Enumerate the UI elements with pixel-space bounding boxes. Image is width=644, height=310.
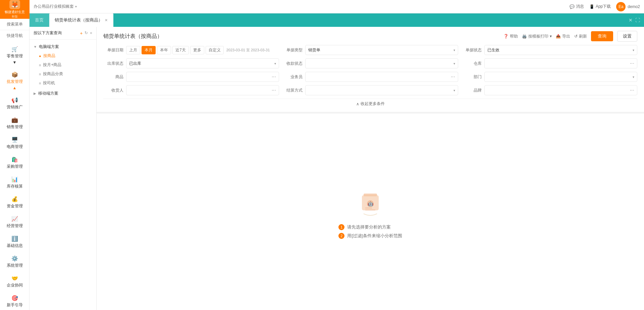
tree-item-by-cashier[interactable]: ≡ 按司机 xyxy=(30,79,96,88)
filter-row-4: 收货人 ··· 结算方式 xyxy=(103,85,637,95)
app-download-label: App下载 xyxy=(596,4,611,9)
user-profile-btn[interactable]: Ea demo2 xyxy=(616,2,640,11)
tree-item-by-month-product[interactable]: ≡ 按月+商品 xyxy=(30,60,96,69)
sidebar-item-sales[interactable]: 💼 销售管理 xyxy=(0,113,29,133)
tree-item-icon-by-month: ≡ xyxy=(39,63,41,67)
logo-icon: 🦊 xyxy=(9,0,20,9)
tree-group-desktop-header[interactable]: ▼ 电脑端方案 xyxy=(30,42,96,51)
date-btn-this-month[interactable]: 本月 xyxy=(142,46,156,54)
stock-status-select[interactable]: 已出库 ▾ xyxy=(126,58,279,68)
doc-status-control: 已生效 ▾ xyxy=(484,45,637,55)
app-logo[interactable]: 🦊 畅捷通好生意 标版 xyxy=(0,0,30,19)
sidebar-item-system[interactable]: ⚙️ 系统管理 xyxy=(0,252,29,272)
page-title: 销货单统计表（按商品） xyxy=(103,33,162,40)
collapse-btn[interactable]: ∧ 收起更多条件 xyxy=(356,101,385,107)
consignee-select[interactable]: ··· xyxy=(126,85,279,95)
date-btn-more[interactable]: 更多 xyxy=(190,46,204,54)
doc-status-label: 单据状态 xyxy=(462,47,484,53)
settlement-select[interactable]: ▾ xyxy=(305,85,458,95)
stock-status-label: 出库状态 xyxy=(103,61,126,66)
window-close-btn[interactable]: ✕ xyxy=(629,17,633,23)
date-btn-custom[interactable]: 自定义 xyxy=(206,46,224,54)
date-btn-last-month[interactable]: 上月 xyxy=(126,46,140,54)
export-btn[interactable]: 📤 导出 xyxy=(556,34,570,39)
settings-button[interactable]: 设置 xyxy=(617,31,637,42)
receipt-status-arrow-icon: ▾ xyxy=(453,62,455,65)
tree-group-mobile: ▶ 移动端方案 xyxy=(30,89,96,98)
sidebar-item-purchase[interactable]: 🛍️ 采购管理 xyxy=(0,153,29,173)
tree-group-mobile-header[interactable]: ▶ 移动端方案 xyxy=(30,89,96,98)
message-btn[interactable]: 💬 消息 xyxy=(570,4,584,9)
top-bar-title: 办公用品行业模拟账套 ▾ xyxy=(34,4,77,9)
template-print-btn[interactable]: 🖨️ 按模板打印 ▾ xyxy=(522,34,552,39)
warehouse-select[interactable]: ··· xyxy=(484,58,637,68)
doc-type-value: 销货单 xyxy=(308,47,320,53)
sidebar-item-label-finance: 资金管理 xyxy=(7,203,23,209)
collapse-panel-icon[interactable]: « xyxy=(90,31,92,36)
salesperson-select[interactable]: ··· xyxy=(305,72,458,82)
product-select[interactable]: ··· xyxy=(126,72,279,82)
tab-home[interactable]: 首页 xyxy=(30,13,49,27)
sidebar-item-operation[interactable]: 📈 经营管理 xyxy=(0,212,29,232)
sidebar-item-label-wholesale: 批发管理 xyxy=(7,79,23,85)
sidebar-item-inventory[interactable]: 📊 库存核算 xyxy=(0,173,29,193)
filter-department: 部门 ▾ xyxy=(462,72,637,82)
purchase-icon: 🛍️ xyxy=(11,156,18,163)
sidebar-item-label-operation: 经营管理 xyxy=(7,223,23,229)
close-tab-icon[interactable]: ✕ xyxy=(105,18,108,22)
salesperson-label: 业务员 xyxy=(282,74,305,80)
sidebar-item-newbie[interactable]: 🎯 新手引导 xyxy=(0,292,29,310)
filter-row-3: 商品 ··· 业务员 xyxy=(103,72,637,82)
salesperson-dots-icon[interactable]: ··· xyxy=(451,74,455,80)
doc-type-control: 销货单 ▾ xyxy=(305,45,458,55)
tree-item-by-category[interactable]: ≡ 按商品分类 xyxy=(30,69,96,79)
doc-type-arrow-icon: ▾ xyxy=(453,48,455,52)
filter-doc-type: 单据类型 销货单 ▾ xyxy=(282,45,458,55)
tree-item-icon-by-category: ≡ xyxy=(39,72,41,76)
export-label: 导出 xyxy=(562,34,570,39)
sidebar-item-enterprise[interactable]: 🤝 企业协同 xyxy=(0,272,29,292)
sidebar-item-finance[interactable]: 💰 资金管理 xyxy=(0,193,29,212)
date-btn-this-year[interactable]: 本年 xyxy=(157,46,171,54)
doc-status-select[interactable]: 已生效 ▾ xyxy=(484,45,637,55)
tree-item-by-product[interactable]: ● 按商品 xyxy=(30,51,96,60)
filter-consignee: 收货人 ··· xyxy=(103,85,279,95)
sidebar-item-marketing[interactable]: 📢 营销推广 xyxy=(0,94,29,113)
brand-select[interactable]: ··· xyxy=(484,85,637,95)
filter-area: 单据日期 上月 本月 本年 近7天 更多 自定义 2023-03-01 至 20… xyxy=(103,45,637,112)
tab-sales-stat[interactable]: 销货单统计表（按商品） ✕ xyxy=(49,13,113,27)
user-name: demo2 xyxy=(628,4,640,9)
message-icon: 💬 xyxy=(570,4,575,9)
sidebar-item-wholesale[interactable]: 📦 批发管理 ▲ xyxy=(0,68,29,94)
top-bar-right: 💬 消息 📱 App下载 Ea demo2 xyxy=(570,2,640,11)
query-button[interactable]: 查询 xyxy=(591,31,613,41)
sidebar-item-ecommerce[interactable]: 🖥️ 电商管理 xyxy=(0,133,29,153)
sidebar-item-label-newbie: 新手引导 xyxy=(7,302,23,308)
tip-text-2: 用[过滤]条件来缩小分析范围 xyxy=(347,233,402,239)
filter-product: 商品 ··· xyxy=(103,72,279,82)
refresh-scheme-icon[interactable]: ↻ xyxy=(85,31,88,36)
toggle-icon-mobile: ▶ xyxy=(34,92,36,95)
brand-control: ··· xyxy=(484,85,637,95)
consignee-dots-icon[interactable]: ··· xyxy=(272,87,276,93)
add-scheme-icon[interactable]: + xyxy=(80,31,83,36)
settlement-arrow-icon: ▾ xyxy=(453,89,455,92)
filter-salesperson: 业务员 ··· xyxy=(282,72,458,82)
doc-type-select[interactable]: 销货单 ▾ xyxy=(305,45,458,55)
refresh-btn[interactable]: ↺ 刷新 xyxy=(574,34,587,39)
sidebar-search[interactable]: 搜索菜单 xyxy=(0,19,29,30)
doc-status-value: 已生效 xyxy=(487,47,499,53)
sidebar-item-retail[interactable]: 🛒 零售管理 ▼ xyxy=(0,43,29,68)
warehouse-dots-icon[interactable]: ··· xyxy=(630,60,634,66)
date-btn-7days[interactable]: 近7天 xyxy=(172,46,189,54)
app-download-btn[interactable]: 📱 App下载 xyxy=(589,4,611,9)
brand-dots-icon[interactable]: ··· xyxy=(630,87,634,93)
product-dots-icon[interactable]: ··· xyxy=(272,74,276,80)
help-btn[interactable]: ❓ 帮助 xyxy=(503,34,518,39)
sidebar-quick-nav[interactable]: 快捷导航 xyxy=(0,30,29,41)
department-select[interactable]: ▾ xyxy=(484,72,637,82)
receipt-status-select[interactable]: ▾ xyxy=(305,58,458,68)
window-maximize-btn[interactable]: ⛶ xyxy=(635,17,640,23)
tree-group-mobile-label: 移动端方案 xyxy=(38,91,58,96)
sidebar-item-basic[interactable]: ℹ️ 基础信息 xyxy=(0,232,29,252)
